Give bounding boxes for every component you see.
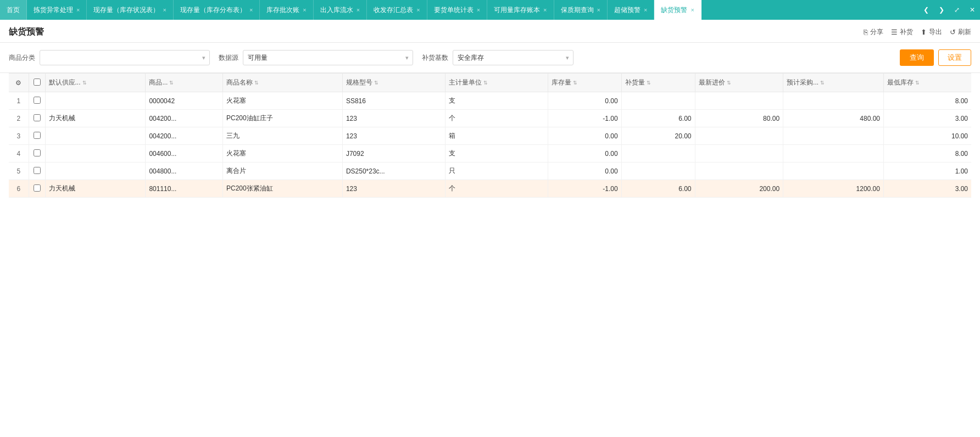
tab-label: 拣货异常处理 — [34, 5, 73, 15]
cell-index: 3 — [9, 127, 29, 145]
datasource-select[interactable]: 可用量 — [243, 50, 413, 65]
th-latest-price[interactable]: 最新进价 ⇅ — [695, 74, 783, 92]
tab-close-recv-summary[interactable]: × — [416, 7, 420, 13]
table-row: 6 力天机械 801110... PC200张紧油缸 123 个 -1.00 6… — [9, 180, 971, 198]
data-table: ⚙ 默认供应... ⇅ 商品... ⇅ — [9, 73, 971, 198]
tab-stock-dist[interactable]: 现存量（库存分布表）× — [174, 0, 260, 20]
tab-recv-summary[interactable]: 收发存汇总表× — [367, 0, 427, 20]
th-unit-sort-icon: ⇅ — [483, 80, 488, 86]
tab-prev-btn[interactable]: ❮ — [918, 0, 934, 20]
tab-close-shortage[interactable]: × — [691, 7, 694, 13]
cell-index: 5 — [9, 163, 29, 180]
cell-checkbox[interactable] — [29, 180, 45, 198]
cell-product-name: 火花塞 — [223, 92, 343, 110]
query-button[interactable]: 查询 — [900, 49, 934, 66]
window-close-btn[interactable]: ✕ — [965, 0, 980, 20]
tab-close-order-stat[interactable]: × — [477, 7, 480, 13]
th-stock-qty-sort-icon: ⇅ — [573, 80, 577, 86]
category-select[interactable] — [40, 50, 210, 65]
th-forecast-purchase-sort-icon: ⇅ — [820, 80, 825, 86]
th-gear[interactable]: ⚙ — [9, 74, 29, 92]
refresh-button[interactable]: ↺ 刷新 — [950, 27, 971, 37]
row-checkbox[interactable] — [34, 184, 41, 192]
th-default-supplier[interactable]: 默认供应... ⇅ — [45, 74, 146, 92]
cell-forecast-purchase — [783, 92, 884, 110]
th-checkbox[interactable] — [29, 74, 45, 92]
tab-close-stock-dist[interactable]: × — [249, 7, 253, 13]
tab-close-inout-flow[interactable]: × — [357, 7, 360, 13]
cell-checkbox[interactable] — [29, 163, 45, 180]
tab-overstock[interactable]: 超储预警× — [608, 0, 654, 20]
cell-replenish-qty: 20.00 — [621, 127, 695, 145]
page-title: 缺货预警 — [9, 26, 44, 38]
export-icon: ⬆ — [921, 28, 927, 36]
cell-forecast-purchase: 480.00 — [783, 110, 884, 127]
th-product-code[interactable]: 商品... ⇅ — [146, 74, 223, 92]
tab-close-exception[interactable]: × — [76, 7, 80, 13]
th-forecast-purchase[interactable]: 预计采购... ⇅ — [783, 74, 884, 92]
cell-forecast-purchase: 1200.00 — [783, 180, 884, 198]
datasource-filter-group: 数据源 可用量 ▾ — [219, 50, 413, 65]
cell-min-stock: 8.00 — [883, 145, 971, 163]
row-checkbox[interactable] — [34, 97, 41, 104]
table-row: 3 004200... 三九 123 箱 0.00 20.00 10.00 — [9, 127, 971, 145]
cell-spec: J7092 — [342, 145, 445, 163]
replenish-icon: ☰ — [891, 28, 898, 36]
tab-close-batch-account[interactable]: × — [303, 7, 306, 13]
th-product-name[interactable]: 商品名称 ⇅ — [223, 74, 343, 92]
cell-latest-price: 200.00 — [695, 180, 783, 198]
cell-checkbox[interactable] — [29, 110, 45, 127]
tab-inout-flow[interactable]: 出入库流水× — [314, 0, 367, 20]
tab-batch-account[interactable]: 库存批次账× — [260, 0, 313, 20]
cell-index: 4 — [9, 145, 29, 163]
page-header: 缺货预警 ⎘ 分享 ☰ 补货 ⬆ 导出 ↺ 刷新 — [0, 20, 980, 43]
tab-close-stock-status[interactable]: × — [163, 7, 166, 13]
cell-checkbox[interactable] — [29, 92, 45, 110]
tab-label: 要货单统计表 — [434, 5, 474, 15]
replenish-basis-select[interactable]: 安全库存 — [453, 50, 573, 65]
tab-avail-ledger[interactable]: 可用量库存账本× — [487, 0, 554, 20]
export-label: 导出 — [929, 27, 942, 37]
cell-checkbox[interactable] — [29, 145, 45, 163]
select-all-checkbox[interactable] — [34, 79, 41, 86]
tab-stock-status[interactable]: 现存量（库存状况表）× — [87, 0, 173, 20]
tab-order-stat[interactable]: 要货单统计表× — [427, 0, 487, 20]
export-button[interactable]: ⬆ 导出 — [921, 27, 942, 37]
cell-forecast-purchase — [783, 145, 884, 163]
window-restore-btn[interactable]: ⤢ — [949, 0, 965, 20]
tab-shortage[interactable]: 缺货预警× — [654, 0, 701, 20]
filter-area: 商品分类 ▾ 数据源 可用量 ▾ 补货基数 安全库存 — [0, 43, 980, 73]
cell-stock-qty: 0.00 — [548, 163, 621, 180]
cell-product-name: 离合片 — [223, 163, 343, 180]
tab-home[interactable]: 首页 — [0, 0, 27, 20]
table-row: 5 004800... 离合片 DS250*23c... 只 0.00 1.00 — [9, 163, 971, 180]
th-min-stock[interactable]: 最低库存 ⇅ — [883, 74, 971, 92]
tab-label: 收发存汇总表 — [374, 5, 413, 15]
cell-stock-qty: -1.00 — [548, 110, 621, 127]
cell-unit: 个 — [445, 180, 548, 198]
tab-close-overstock[interactable]: × — [644, 7, 647, 13]
tab-close-avail-ledger[interactable]: × — [543, 7, 547, 13]
row-checkbox[interactable] — [34, 114, 41, 121]
th-latest-price-sort-icon: ⇅ — [727, 80, 731, 86]
th-default-supplier-label: 默认供应... — [49, 78, 81, 87]
th-stock-qty[interactable]: 库存量 ⇅ — [548, 74, 621, 92]
th-unit[interactable]: 主计量单位 ⇅ — [445, 74, 548, 92]
cell-min-stock: 10.00 — [883, 127, 971, 145]
row-checkbox[interactable] — [34, 167, 41, 174]
cell-product-code: 004600... — [146, 145, 223, 163]
row-checkbox[interactable] — [34, 132, 41, 139]
tab-exception[interactable]: 拣货异常处理× — [27, 0, 87, 20]
replenish-button[interactable]: ☰ 补货 — [891, 27, 913, 37]
tab-close-expiry[interactable]: × — [597, 7, 600, 13]
cell-spec: DS250*23c... — [342, 163, 445, 180]
row-checkbox[interactable] — [34, 149, 41, 156]
cell-checkbox[interactable] — [29, 127, 45, 145]
th-replenish-qty[interactable]: 补货量 ⇅ — [621, 74, 695, 92]
th-spec[interactable]: 规格型号 ⇅ — [342, 74, 445, 92]
tab-next-btn[interactable]: ❯ — [934, 0, 949, 20]
tab-expiry[interactable]: 保质期查询× — [554, 0, 608, 20]
settings-button[interactable]: 设置 — [938, 49, 971, 66]
category-filter-group: 商品分类 ▾ — [9, 50, 210, 65]
share-button[interactable]: ⎘ 分享 — [864, 27, 883, 37]
